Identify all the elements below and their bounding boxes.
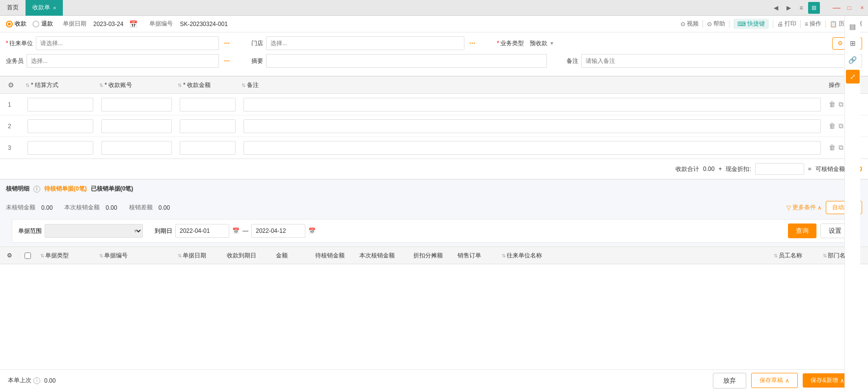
keyboard-icon: ⌨ [737, 21, 746, 28]
bth-doc-type-sort[interactable]: ⇅ [40, 253, 44, 258]
row-3-account[interactable] [101, 141, 172, 155]
window-close[interactable]: × [856, 2, 868, 14]
tab-grid[interactable]: ⊞ [808, 2, 820, 14]
row-3-settlement[interactable] [27, 141, 93, 155]
window-min[interactable]: — [831, 2, 842, 14]
tab-nav-left[interactable]: ◀ [770, 2, 782, 14]
th-account-sort[interactable]: ⇅ [99, 83, 103, 88]
bth-doc-date-sort[interactable]: ⇅ [178, 253, 182, 258]
row-2-delete-icon[interactable]: 🗑 [829, 122, 836, 130]
row-2-amount[interactable] [180, 119, 236, 133]
done-label[interactable]: 已核销单据(0笔) [91, 185, 134, 193]
date-to-input[interactable] [251, 224, 305, 238]
counterpart-input[interactable] [36, 36, 219, 50]
tab-close-icon[interactable]: × [53, 5, 56, 11]
more-conditions-btn[interactable]: ▽ 更多条件 ∧ [787, 203, 822, 212]
pending-label[interactable]: 待核销单据(0笔) [44, 185, 87, 193]
bth-doc-date: ⇅ 单据日期 [175, 251, 224, 260]
rp-grid-icon[interactable]: ⊞ [846, 36, 860, 50]
cal-from-icon[interactable]: 📅 [232, 227, 240, 234]
business-type-chevron[interactable]: ▾ [550, 40, 553, 47]
radio-receipt[interactable]: 收款 [6, 20, 27, 28]
print-btn[interactable]: 🖨 打印 [777, 20, 796, 28]
operation-btn[interactable]: ≡ 操作 [805, 20, 821, 28]
bth-counterpart-sort[interactable]: ⇅ [502, 253, 506, 258]
salesperson-input[interactable] [27, 54, 219, 68]
search-form-wrap: 单据范围 ▾ 到期日 📅 — 📅 查询 设置 [0, 217, 868, 247]
save-new-label: 保存&新增 [811, 376, 838, 385]
shortcut-btn[interactable]: ⌨ 快捷键 [733, 19, 769, 29]
rp-expand-icon[interactable]: ⤢ [846, 70, 860, 84]
radio-refund[interactable]: 退款 [32, 20, 53, 28]
counterpart-more-btn[interactable]: ··· [222, 39, 232, 47]
bth-doc-type: ⇅ 单据类型 [37, 251, 96, 260]
filter-row: 未核销金额 0.00 本次核销金额 0.00 核销差额 0.00 ▽ 更多条件 … [0, 198, 868, 217]
row-3-delete-icon[interactable]: 🗑 [829, 143, 836, 152]
summary-input[interactable] [266, 54, 547, 68]
bottom-table-header: ⚙ ⇅ 单据类型 ⇅ 单据编号 ⇅ 单据日期 收款到期日 金额 待核销金额 本次… [0, 247, 868, 264]
bth-employee-sort[interactable]: ⇅ [774, 253, 778, 258]
row-1-amount[interactable] [180, 98, 236, 112]
equals-sign: = [808, 166, 812, 172]
tab-receipt[interactable]: 收款单 × [26, 0, 63, 16]
store-input[interactable] [266, 36, 464, 50]
total-label: 收款合计 [676, 165, 699, 173]
bth-dept-sort[interactable]: ⇅ [823, 253, 827, 258]
save-draft-btn[interactable]: 保存草稿 ∧ [751, 373, 798, 388]
table-body: 1 🗑 ⧉ 2 🗑 ⧉ [0, 94, 868, 159]
bottom-info-icon[interactable]: i [33, 377, 40, 384]
shortcut-label: 快捷键 [747, 20, 765, 28]
bth-gear[interactable]: ⚙ [4, 252, 22, 259]
counterpart-label: *往来单位 [6, 39, 33, 48]
row-1-delete-icon[interactable]: 🗑 [829, 100, 836, 109]
video-btn[interactable]: ⊙ 视频 [680, 20, 699, 28]
rp-table-icon[interactable]: ▤ [846, 20, 860, 33]
row-1-account[interactable] [101, 98, 172, 112]
th-amount-sort[interactable]: ⇅ [178, 83, 182, 88]
row-1-copy-icon[interactable]: ⧉ [839, 100, 843, 109]
salesperson-more-btn[interactable]: ··· [222, 57, 232, 65]
current-value: 0.00 [106, 204, 117, 211]
row-1-remark[interactable] [244, 98, 821, 112]
rp-link-icon[interactable]: 🔗 [846, 53, 860, 67]
verifiable-label: 可核销金额 [815, 165, 845, 173]
tab-nav-right[interactable]: ▶ [783, 2, 794, 14]
row-2-settlement[interactable] [27, 119, 93, 133]
verification-info-icon[interactable]: i [33, 186, 40, 193]
bth-discount: 折扣分摊额 [410, 251, 455, 260]
window-max[interactable]: □ [843, 2, 855, 14]
query-btn[interactable]: 查询 [788, 223, 816, 238]
tab-list[interactable]: ≡ [795, 2, 807, 14]
bth-sales-order: 销售订单 [455, 251, 499, 260]
row-3-amount[interactable] [180, 141, 236, 155]
tab-home[interactable]: 首页 [0, 0, 26, 16]
row-2-copy-icon[interactable]: ⧉ [839, 122, 843, 130]
radio-refund-label: 退款 [41, 20, 53, 28]
row-1-settlement[interactable] [27, 98, 93, 112]
row-3-copy-icon[interactable]: ⧉ [839, 143, 843, 152]
discount-input[interactable] [755, 163, 804, 175]
remark-input[interactable] [581, 54, 862, 68]
bth-checkbox[interactable] [25, 252, 31, 259]
table-gear-icon[interactable]: ⚙ [4, 81, 22, 89]
th-account: ⇅ * 收款账号 [95, 81, 174, 89]
bth-doc-no-sort[interactable]: ⇅ [99, 253, 103, 258]
operation-icon: ≡ [805, 21, 808, 28]
calendar-icon[interactable]: 📅 [129, 20, 137, 28]
remark-field: 备注 [567, 54, 862, 68]
th-remark-sort[interactable]: ⇅ [242, 83, 245, 88]
doc-range-select[interactable] [45, 224, 143, 238]
row-3-remark[interactable] [244, 141, 821, 155]
date-from-input[interactable] [175, 224, 229, 238]
row-2-account[interactable] [101, 119, 172, 133]
th-sort-icon[interactable]: ⇅ [26, 83, 29, 88]
cal-to-icon[interactable]: 📅 [308, 227, 316, 234]
row-3-actions: 🗑 ⧉ [829, 143, 843, 152]
help-btn[interactable]: ⊙ 帮助 [707, 20, 725, 28]
discard-btn[interactable]: 放弃 [713, 373, 746, 389]
row-2-remark[interactable] [244, 119, 821, 133]
counterpart-field: *往来单位 ··· [6, 36, 232, 50]
save-draft-chevron: ∧ [785, 377, 789, 384]
tab-bar: 首页 收款单 × ◀ ▶ ≡ ⊞ — □ × [0, 0, 868, 16]
store-more-btn[interactable]: ··· [467, 39, 477, 47]
